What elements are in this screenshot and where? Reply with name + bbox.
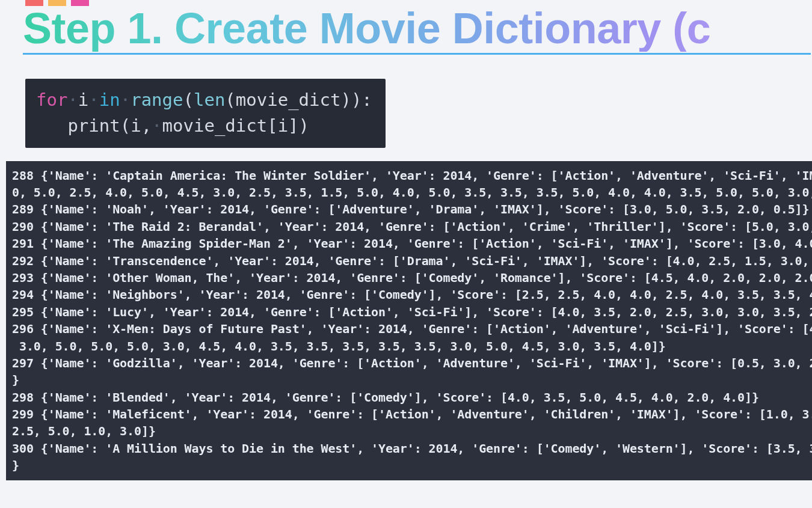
console-line: 288 {'Name': 'Captain America: The Winte… [12, 167, 812, 184]
page-title: Step 1. Create Movie Dictionary (c [23, 6, 812, 52]
code-block: for·i·in·range(len(movie_dict)): print(i… [25, 79, 386, 148]
console-line: 0, 5.0, 2.5, 4.0, 5.0, 4.5, 3.0, 2.5, 3.… [12, 184, 812, 201]
console-line: } [12, 372, 812, 388]
console-line: 293 {'Name': 'Other Woman, The', 'Year':… [12, 269, 812, 286]
console-line: } [12, 457, 812, 474]
console-line: 3.0, 5.0, 5.0, 5.0, 3.0, 4.5, 4.0, 3.5, … [12, 338, 812, 355]
code-line-1: for·i·in·range(len(movie_dict)): [36, 87, 372, 114]
console-line: 300 {'Name': 'A Million Ways to Die in t… [12, 440, 812, 457]
console-line: 2.5, 5.0, 1.0, 3.0]} [12, 423, 812, 439]
title-underline [23, 53, 811, 55]
console-line: 298 {'Name': 'Blended', 'Year': 2014, 'G… [12, 389, 812, 406]
code-line-2: print(i,·movie_dict[i]) [36, 113, 372, 139]
console-line: 290 {'Name': 'The Raid 2: Berandal', 'Ye… [12, 218, 812, 235]
console-line: 299 {'Name': 'Maleficent', 'Year': 2014,… [12, 406, 812, 423]
console-line: 292 {'Name': 'Transcendence', 'Year': 20… [12, 252, 812, 269]
console-line: 296 {'Name': 'X-Men: Days of Future Past… [12, 320, 812, 337]
slide: Step 1. Create Movie Dictionary (c for·i… [0, 0, 812, 480]
console-line: 294 {'Name': 'Neighbors', 'Year': 2014, … [12, 286, 812, 303]
console-line: 289 {'Name': 'Noah', 'Year': 2014, 'Genr… [12, 201, 812, 218]
console-line: 295 {'Name': 'Lucy', 'Year': 2014, 'Genr… [12, 304, 812, 320]
console-line: 291 {'Name': 'The Amazing Spider-Man 2',… [12, 235, 812, 252]
console-line: 297 {'Name': 'Godzilla', 'Year': 2014, '… [12, 355, 812, 372]
console-output: 288 {'Name': 'Captain America: The Winte… [6, 161, 812, 480]
